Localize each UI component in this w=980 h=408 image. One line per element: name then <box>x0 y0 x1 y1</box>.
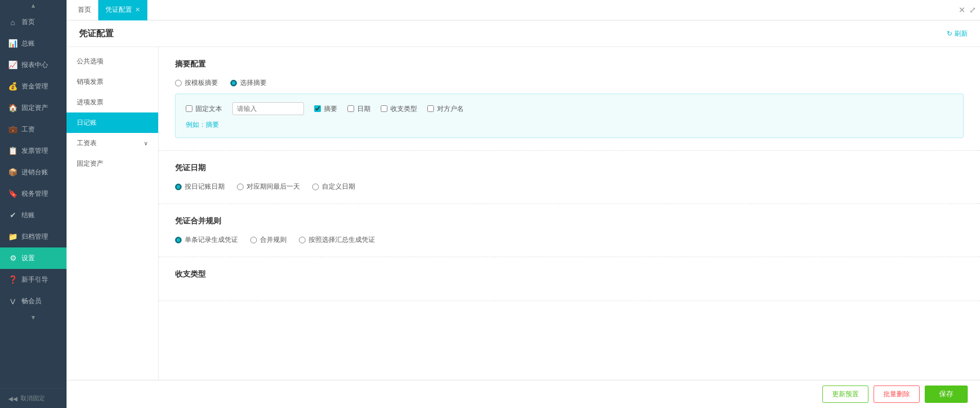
nav-item-payroll-table[interactable]: 工资表 ∨ <box>67 133 158 153</box>
abstract-select-radio[interactable] <box>230 80 237 86</box>
sidebar-item-label: 工资 <box>21 125 35 134</box>
tab-actions: ✕ ⤢ <box>959 5 976 15</box>
date-custom-option[interactable]: 自定义日期 <box>312 182 355 191</box>
sidebar-item-home[interactable]: ⌂ 首页 <box>0 11 67 33</box>
abstract-checkbox-label[interactable]: 摘要 <box>314 104 337 114</box>
income-type-checkbox[interactable] <box>381 105 387 112</box>
sidebar-item-label: 进销台账 <box>21 168 48 177</box>
closing-icon: ✔ <box>8 211 17 220</box>
sidebar-item-ledger[interactable]: 📊 总账 <box>0 33 67 54</box>
abstract-template-label: 按模板摘要 <box>185 78 218 87</box>
counterpart-checkbox[interactable] <box>427 105 434 112</box>
update-preview-button[interactable]: 更新预置 <box>822 386 868 403</box>
counterpart-checkbox-label[interactable]: 对方户名 <box>427 104 464 114</box>
unpin-label: 取消固定 <box>20 394 45 403</box>
fixed-text-checkbox-label[interactable]: 固定文本 <box>186 104 222 114</box>
merge-section: 凭证合并规则 单条记录生成凭证 合并规则 按照选择汇总生成凭证 <box>159 204 980 257</box>
date-last-option[interactable]: 对应期间最后一天 <box>237 182 300 191</box>
expand-window-button[interactable]: ⤢ <box>969 5 976 15</box>
sidebar-item-funds[interactable]: 💰 资金管理 <box>0 76 67 97</box>
date-section-title: 凭证日期 <box>175 163 964 173</box>
sidebar-item-vip[interactable]: V 畅会员 <box>0 290 67 312</box>
sidebar-item-label: 设置 <box>21 254 35 263</box>
content-area: 凭证配置 ↻ 刷新 公共选项 销项发票 进项发票 日记账 <box>67 20 980 408</box>
tab-bar: 首页 凭证配置 ✕ ✕ ⤢ <box>67 0 980 20</box>
sidebar-scroll-up[interactable]: ▲ <box>0 0 67 11</box>
sidebar-item-payroll[interactable]: 💼 工资 <box>0 119 67 140</box>
sidebar-item-assets[interactable]: 🏠 固定资产 <box>0 97 67 119</box>
funds-icon: 💰 <box>8 82 17 91</box>
sidebar-item-tax[interactable]: 🔖 税务管理 <box>0 183 67 205</box>
sidebar-item-closing[interactable]: ✔ 结账 <box>0 205 67 226</box>
purchase-sales-icon: 📦 <box>8 168 17 177</box>
date-journal-option[interactable]: 按日记账日期 <box>175 182 225 191</box>
vip-icon: V <box>8 297 17 306</box>
tab-home[interactable]: 首页 <box>71 0 98 20</box>
abstract-select-label: 选择摘要 <box>240 78 267 87</box>
nav-item-purchase-invoice[interactable]: 进项发票 <box>67 92 158 112</box>
date-last-radio[interactable] <box>237 184 244 190</box>
abstract-checkbox[interactable] <box>314 105 321 112</box>
sidebar-item-label: 首页 <box>21 17 35 27</box>
date-checkbox[interactable] <box>347 105 354 112</box>
ledger-icon: 📊 <box>8 39 17 48</box>
chevron-down-icon: ∨ <box>144 140 148 147</box>
refresh-button[interactable]: ↻ 刷新 <box>947 29 968 38</box>
sidebar-item-label: 畅会员 <box>21 297 41 306</box>
close-window-button[interactable]: ✕ <box>959 5 965 15</box>
tab-close-icon[interactable]: ✕ <box>135 6 140 13</box>
sidebar-item-label: 固定资产 <box>21 103 48 112</box>
fixed-text-input[interactable] <box>232 102 304 115</box>
nav-item-public[interactable]: 公共选项 <box>67 51 158 72</box>
date-checkbox-label[interactable]: 日期 <box>347 104 371 114</box>
abstract-template-radio[interactable] <box>175 80 182 86</box>
sidebar-scroll-down[interactable]: ▼ <box>0 312 67 323</box>
page-title: 凭证配置 <box>79 28 114 39</box>
sidebar-item-purchase-sales[interactable]: 📦 进销台账 <box>0 162 67 183</box>
merge-single-radio[interactable] <box>175 237 182 243</box>
save-button[interactable]: 保存 <box>925 386 968 403</box>
nav-item-journal[interactable]: 日记账 <box>67 112 158 133</box>
date-journal-radio[interactable] <box>175 184 182 190</box>
right-content: 摘要配置 按模板摘要 选择摘要 <box>159 47 980 408</box>
date-radio-group: 按日记账日期 对应期间最后一天 自定义日期 <box>175 182 964 191</box>
sidebar-item-report[interactable]: 📈 报表中心 <box>0 54 67 76</box>
nav-item-purchase-invoice-label: 进项发票 <box>77 98 103 107</box>
sidebar-item-archive[interactable]: 📁 归档管理 <box>0 226 67 247</box>
abstract-radio-group: 按模板摘要 选择摘要 <box>175 78 964 87</box>
date-custom-radio[interactable] <box>312 184 319 190</box>
sidebar: ▲ ⌂ 首页 📊 总账 📈 报表中心 💰 资金管理 🏠 固定资产 💼 工资 📋 … <box>0 0 67 408</box>
fixed-text-label: 固定文本 <box>195 104 222 114</box>
nav-item-fixed-assets[interactable]: 固定资产 <box>67 153 158 174</box>
layout: 公共选项 销项发票 进项发票 日记账 工资表 ∨ 固定资产 <box>67 47 980 408</box>
tab-voucher-config[interactable]: 凭证配置 ✕ <box>98 0 147 20</box>
report-icon: 📈 <box>8 60 17 70</box>
fixed-text-checkbox[interactable] <box>186 105 192 112</box>
home-icon: ⌂ <box>8 18 17 27</box>
sidebar-item-invoice[interactable]: 📋 发票管理 <box>0 140 67 162</box>
counterpart-label: 对方户名 <box>437 104 464 114</box>
refresh-label: 刷新 <box>954 29 968 38</box>
example-text: 例如：摘要 <box>186 120 953 129</box>
income-type-checkbox-label[interactable]: 收支类型 <box>381 104 417 114</box>
merge-summary-radio[interactable] <box>299 237 306 243</box>
merge-summary-option[interactable]: 按照选择汇总生成凭证 <box>299 235 375 244</box>
merge-rule-radio[interactable] <box>250 237 257 243</box>
merge-rule-option[interactable]: 合并规则 <box>250 235 287 244</box>
nav-item-sales-invoice[interactable]: 销项发票 <box>67 72 158 92</box>
merge-radio-group: 单条记录生成凭证 合并规则 按照选择汇总生成凭证 <box>175 235 964 244</box>
abstract-section: 摘要配置 按模板摘要 选择摘要 <box>159 47 980 151</box>
merge-single-option[interactable]: 单条记录生成凭证 <box>175 235 238 244</box>
archive-icon: 📁 <box>8 232 17 241</box>
nav-item-journal-label: 日记账 <box>77 118 97 127</box>
merge-summary-label: 按照选择汇总生成凭证 <box>309 235 375 244</box>
sidebar-item-settings[interactable]: ⚙ 设置 <box>0 247 67 269</box>
nav-item-public-label: 公共选项 <box>77 57 103 66</box>
invoice-icon: 📋 <box>8 146 17 155</box>
tab-voucher-config-label: 凭证配置 <box>105 5 132 14</box>
abstract-select-option[interactable]: 选择摘要 <box>230 78 267 87</box>
sidebar-item-guide[interactable]: ❓ 新手引导 <box>0 269 67 290</box>
unpin-button[interactable]: ◀◀ 取消固定 <box>0 389 67 408</box>
abstract-template-option[interactable]: 按模板摘要 <box>175 78 218 87</box>
batch-delete-button[interactable]: 批量删除 <box>874 386 920 403</box>
